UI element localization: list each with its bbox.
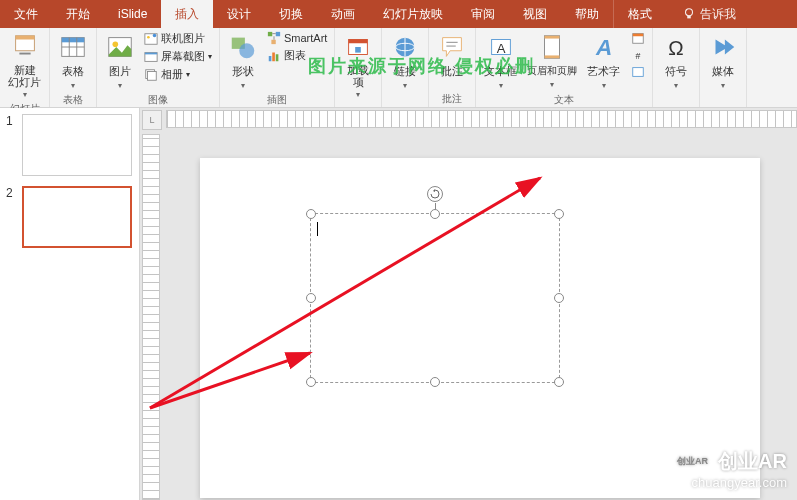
resize-handle[interactable]: [554, 209, 564, 219]
media-icon: [708, 32, 738, 62]
rotate-handle[interactable]: [427, 186, 443, 202]
svg-point-13: [147, 35, 150, 38]
smartart-icon: [267, 31, 281, 45]
thumb-number: 2: [6, 186, 18, 248]
tell-me-label: 告诉我: [700, 6, 736, 23]
online-picture-button[interactable]: 联机图片: [141, 30, 215, 47]
svg-rect-28: [349, 40, 368, 44]
album-button[interactable]: 相册▾: [141, 66, 215, 83]
tab-design[interactable]: 设计: [213, 0, 265, 28]
tab-transition[interactable]: 切换: [265, 0, 317, 28]
group-illustration: 插图: [267, 92, 287, 108]
svg-point-0: [686, 9, 693, 16]
svg-text:A: A: [595, 35, 612, 60]
resize-handle[interactable]: [306, 209, 316, 219]
tab-insert[interactable]: 插入: [161, 0, 213, 28]
table-button[interactable]: 表格 ▾: [54, 30, 92, 92]
resize-handle[interactable]: [306, 377, 316, 387]
slide-thumbnail-1[interactable]: [22, 114, 132, 176]
textbox-selection[interactable]: [310, 213, 560, 383]
svg-point-11: [113, 41, 119, 47]
svg-rect-24: [269, 56, 272, 61]
watermark-logo: 创业AR创业AR chuangyear.com: [673, 448, 787, 490]
svg-rect-16: [145, 52, 157, 54]
slide-number-button[interactable]: #: [628, 47, 648, 63]
picture-button[interactable]: 图片 ▾: [101, 30, 139, 92]
canvas-area: L: [140, 108, 797, 500]
watermark-text: 图片来源于网络 侵权必删: [308, 54, 535, 78]
wordart-icon: A: [589, 32, 619, 62]
table-icon: [58, 32, 88, 62]
svg-point-14: [153, 33, 157, 37]
svg-rect-25: [272, 52, 275, 61]
svg-text:#: #: [636, 51, 641, 61]
svg-rect-39: [545, 55, 560, 58]
online-picture-icon: [144, 32, 158, 46]
symbol-button[interactable]: Ω 符号 ▾: [657, 30, 695, 92]
slide-thumbnails: 1 2: [0, 108, 140, 500]
tab-help[interactable]: 帮助: [561, 0, 613, 28]
resize-handle[interactable]: [554, 377, 564, 387]
svg-rect-29: [356, 47, 362, 53]
tab-slideshow[interactable]: 幻灯片放映: [369, 0, 457, 28]
vertical-ruler[interactable]: [142, 134, 160, 500]
svg-rect-18: [148, 71, 157, 80]
menu-tabs: 文件 开始 iSlide 插入 设计 切换 动画 幻灯片放映 审阅 视图 帮助 …: [0, 0, 797, 28]
text-cursor: [317, 222, 318, 236]
number-icon: #: [631, 48, 645, 62]
media-button[interactable]: 媒体 ▾: [704, 30, 742, 92]
svg-rect-26: [276, 54, 279, 61]
resize-handle[interactable]: [554, 293, 564, 303]
svg-rect-1: [688, 16, 692, 19]
bulb-icon: [682, 7, 696, 21]
tab-islide[interactable]: iSlide: [104, 0, 161, 28]
symbol-icon: Ω: [661, 32, 691, 62]
group-table: 表格: [63, 92, 83, 108]
screenshot-button[interactable]: 屏幕截图▾: [141, 48, 215, 65]
slide-canvas[interactable]: [200, 158, 760, 498]
group-image: 图像: [148, 92, 168, 108]
svg-rect-38: [545, 36, 560, 39]
tab-file[interactable]: 文件: [0, 0, 52, 28]
shape-icon: [228, 32, 258, 62]
shape-button[interactable]: 形状 ▾: [224, 30, 262, 92]
svg-text:Ω: Ω: [669, 36, 684, 59]
resize-handle[interactable]: [430, 209, 440, 219]
tab-view[interactable]: 视图: [509, 0, 561, 28]
wordart-button[interactable]: A 艺术字 ▾: [583, 30, 624, 92]
chart-icon: [267, 49, 281, 63]
resize-handle[interactable]: [306, 293, 316, 303]
date-icon: [631, 31, 645, 45]
date-button[interactable]: [628, 30, 648, 46]
svg-rect-4: [19, 53, 30, 55]
new-slide-button[interactable]: 新建 幻灯片 ▾: [4, 30, 45, 101]
slide-thumbnail-2[interactable]: [22, 186, 132, 248]
object-button[interactable]: [628, 64, 648, 80]
horizontal-ruler[interactable]: [166, 110, 797, 128]
smartart-button[interactable]: SmartArt: [264, 30, 330, 46]
svg-rect-42: [633, 34, 644, 37]
new-slide-icon: [10, 32, 40, 62]
group-comment: 批注: [442, 91, 462, 107]
tell-me[interactable]: 告诉我: [682, 6, 736, 23]
thumb-number: 1: [6, 114, 18, 176]
album-icon: [144, 68, 158, 82]
tab-animation[interactable]: 动画: [317, 0, 369, 28]
svg-rect-37: [545, 36, 560, 59]
object-icon: [631, 65, 645, 79]
svg-rect-21: [268, 32, 272, 36]
tab-home[interactable]: 开始: [52, 0, 104, 28]
resize-handle[interactable]: [430, 377, 440, 387]
svg-rect-6: [62, 38, 85, 43]
group-text: 文本: [554, 92, 574, 108]
svg-rect-22: [276, 32, 280, 36]
picture-icon: [105, 32, 135, 62]
tab-review[interactable]: 审阅: [457, 0, 509, 28]
svg-point-20: [239, 43, 254, 58]
svg-rect-44: [633, 68, 644, 77]
svg-rect-23: [271, 40, 275, 44]
ruler-corner[interactable]: L: [142, 110, 162, 130]
workspace: 1 2 L: [0, 108, 797, 500]
tab-format[interactable]: 格式: [613, 0, 666, 28]
header-footer-icon: [537, 32, 567, 62]
